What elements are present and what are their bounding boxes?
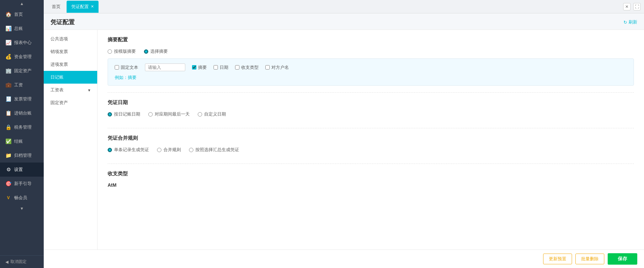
sidebar-item-label: 工资 — [14, 82, 23, 88]
nav-payroll[interactable]: 工资表 ▾ — [44, 84, 97, 96]
checkbox-income-type[interactable]: 收支类型 — [235, 64, 259, 71]
sidebar-item-salary[interactable]: 💼 工资 — [0, 78, 44, 92]
sidebar-item-label: 固定资产 — [14, 68, 32, 74]
sidebar-item-label: 首页 — [14, 11, 23, 17]
nav-label: 固定资产 — [50, 100, 68, 106]
radio-single-record[interactable]: 单条记录生成凭证 — [108, 147, 149, 153]
radio-last-day-input[interactable] — [148, 112, 153, 117]
checkout-icon: ✅ — [5, 138, 11, 144]
checkbox-fixed-text-input[interactable] — [115, 65, 119, 70]
sidebar-item-label: 进销台账 — [14, 110, 32, 116]
sidebar-item-invoice[interactable]: 🧾 发票管理 — [0, 92, 44, 106]
sidebar-item-label: 新手引导 — [14, 181, 32, 187]
ledger-icon: 📊 — [5, 26, 11, 32]
update-preset-button[interactable]: 更新预置 — [543, 254, 572, 264]
radio-custom-date[interactable]: 自定义日期 — [198, 111, 226, 117]
page-header: 凭证配置 ↻ 刷新 — [44, 13, 644, 30]
sidebar-item-stock[interactable]: 📋 进销台账 — [0, 106, 44, 120]
content-area: 凭证配置 ↻ 刷新 公共选项 销项发票 进项发票 日记账 — [44, 13, 644, 268]
radio-single-record-input[interactable] — [108, 148, 112, 152]
fixed-text-input[interactable] — [145, 63, 185, 71]
tax-icon: 🔒 — [5, 124, 11, 130]
radio-select-abstract-input[interactable] — [144, 49, 148, 54]
page-title: 凭证配置 — [50, 18, 75, 26]
radio-journal-date[interactable]: 按日记账日期 — [108, 111, 140, 117]
sidebar-item-tax[interactable]: 🔒 税务管理 — [0, 120, 44, 134]
nav-fixed-assets[interactable]: 固定资产 — [44, 96, 97, 109]
tab-home[interactable]: 首页 — [47, 1, 65, 13]
radio-merge-rule[interactable]: 合并规则 — [157, 147, 181, 153]
income-type-title: 收支类型 — [108, 171, 634, 177]
tab-bar: 首页 凭证配置 ✕ ✕ ⛶ — [44, 0, 644, 13]
sidebar-item-home[interactable]: 🏠 首页 — [0, 7, 44, 21]
voucher-date-radio-group: 按日记账日期 对应期间最后一天 自定义日期 — [108, 111, 634, 117]
nav-sales-invoice[interactable]: 销项发票 — [44, 45, 97, 58]
radio-journal-date-input[interactable] — [108, 112, 112, 117]
checkbox-abstract-input[interactable] — [192, 65, 196, 70]
checkbox-counterparty-input[interactable] — [265, 65, 270, 70]
section-voucher-date: 凭证日期 按日记账日期 对应期间最后一天 自定义日期 — [108, 99, 634, 128]
sidebar-item-label: 资金管理 — [14, 54, 32, 60]
refresh-icon: ↻ — [623, 20, 627, 25]
window-close-button[interactable]: ✕ — [623, 3, 631, 10]
sidebar-item-assets[interactable]: 🏢 固定资产 — [0, 64, 44, 78]
checkbox-counterparty[interactable]: 对方户名 — [265, 64, 289, 71]
member-icon: V — [5, 195, 11, 200]
sidebar-item-member[interactable]: V 畅会员 — [0, 191, 44, 205]
radio-summary[interactable]: 按照选择汇总生成凭证 — [189, 147, 239, 153]
radio-select-abstract[interactable]: 选择摘要 — [144, 48, 168, 54]
save-button[interactable]: 保存 — [608, 253, 637, 265]
sidebar-item-ledger[interactable]: 📊 总账 — [0, 21, 44, 36]
atm-label: AtM — [108, 182, 116, 188]
sidebar-item-reports[interactable]: 📈 报表中心 — [0, 36, 44, 50]
sidebar-item-archive[interactable]: 📁 归档管理 — [0, 148, 44, 163]
radio-summary-input[interactable] — [189, 148, 193, 152]
sidebar-item-guide[interactable]: 🎯 新手引导 — [0, 177, 44, 191]
tab-voucher-config[interactable]: 凭证配置 ✕ — [67, 1, 99, 13]
checkbox-abstract[interactable]: 摘要 — [192, 64, 207, 71]
sidebar-scroll-down[interactable]: ▼ — [0, 205, 44, 212]
home-icon: 🏠 — [5, 11, 11, 17]
checkbox-date[interactable]: 日期 — [214, 64, 228, 71]
refresh-button[interactable]: ↻ 刷新 — [623, 19, 637, 25]
sidebar-item-label: 税务管理 — [14, 124, 32, 130]
radio-template-abstract-label: 按模版摘要 — [114, 48, 136, 54]
sidebar-item-label: 报表中心 — [14, 40, 32, 46]
radio-template-abstract-input[interactable] — [108, 49, 112, 54]
sidebar-scroll-up[interactable]: ▲ — [0, 0, 44, 7]
nav-journal[interactable]: 日记账 — [44, 71, 97, 84]
stock-icon: 📋 — [5, 110, 11, 116]
checkbox-income-type-input[interactable] — [235, 65, 239, 70]
sidebar-item-label: 归档管理 — [14, 152, 32, 159]
section-abstract: 摘要配置 按模版摘要 选择摘要 — [108, 37, 634, 93]
left-nav: 公共选项 销项发票 进项发票 日记账 工资表 ▾ 固定资产 — [44, 30, 98, 250]
sidebar-item-checkout[interactable]: ✅ 结账 — [0, 134, 44, 148]
radio-custom-date-input[interactable] — [198, 112, 202, 117]
tab-close-icon[interactable]: ✕ — [91, 4, 94, 9]
radio-last-day[interactable]: 对应期间最后一天 — [148, 111, 190, 117]
checkbox-fixed-text-label: 固定文本 — [121, 64, 138, 71]
sidebar-item-label: 设置 — [14, 167, 23, 173]
batch-delete-button[interactable]: 批量删除 — [575, 254, 604, 264]
reports-icon: 📈 — [5, 40, 11, 46]
radio-summary-label: 按照选择汇总生成凭证 — [195, 147, 239, 153]
example-text: 例如：摘要 — [115, 75, 627, 81]
section-income-type: 收支类型 AtM — [108, 164, 634, 188]
bottom-bar: 更新预置 批量删除 保存 — [44, 250, 644, 268]
radio-merge-rule-input[interactable] — [157, 148, 161, 152]
window-maximize-button[interactable]: ⛶ — [633, 3, 641, 10]
sidebar-item-settings[interactable]: ⚙ 设置 — [0, 163, 44, 177]
sidebar-item-label: 畅会员 — [14, 195, 27, 201]
tab-voucher-config-label: 凭证配置 — [71, 4, 89, 10]
pin-icon: ◀ — [5, 260, 8, 264]
checkbox-date-input[interactable] — [214, 65, 218, 70]
checkbox-fixed-text[interactable]: 固定文本 — [115, 64, 138, 71]
nav-purchase-invoice[interactable]: 进项发票 — [44, 58, 97, 71]
sidebar-item-funds[interactable]: 💰 资金管理 — [0, 50, 44, 64]
nav-public-options[interactable]: 公共选项 — [44, 33, 97, 45]
merge-rules-radio-group: 单条记录生成凭证 合并规则 按照选择汇总生成凭证 — [108, 147, 634, 153]
abstract-radio-group: 按模版摘要 选择摘要 — [108, 48, 634, 54]
checkbox-row: 固定文本 摘要 日期 — [115, 63, 627, 71]
cancel-pin-button[interactable]: ◀ 取消固定 — [0, 255, 44, 268]
radio-template-abstract[interactable]: 按模版摘要 — [108, 48, 136, 54]
